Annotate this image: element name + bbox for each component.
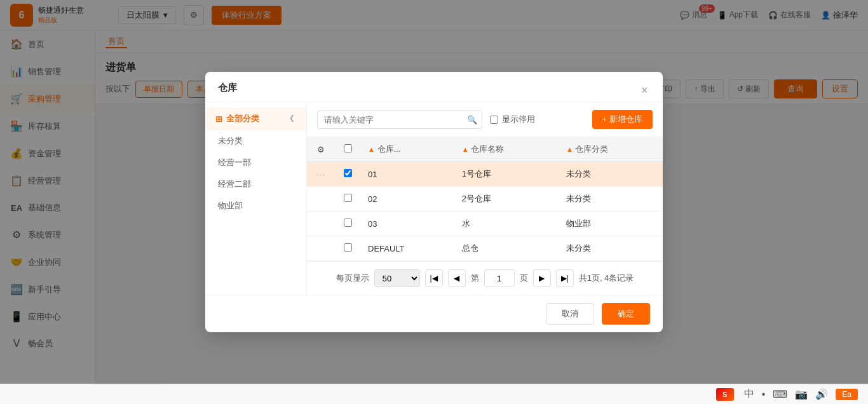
row-category: 未分类: [559, 187, 663, 212]
col-header-setting[interactable]: ⚙: [307, 137, 335, 162]
show-disabled-toggle[interactable]: 显示停用: [490, 114, 535, 125]
row-category: 物业部: [559, 212, 663, 236]
row-dots: [307, 236, 335, 261]
next-page-btn[interactable]: ▶: [533, 269, 551, 287]
show-disabled-checkbox[interactable]: [490, 116, 498, 124]
row-name: 水: [454, 212, 559, 236]
table-row[interactable]: 02 2号仓库 未分类: [307, 187, 663, 212]
prev-page-btn[interactable]: ◀: [448, 269, 466, 287]
first-page-btn[interactable]: |◀: [425, 269, 443, 287]
col-header-code: ▲ 仓库...: [360, 137, 454, 162]
row-checkbox-cell[interactable]: [335, 212, 360, 236]
warehouse-table-wrap: ⚙ ▲ 仓库... ▲ 仓库名称: [307, 137, 663, 261]
keyboard-icon[interactable]: ⌨: [773, 388, 787, 400]
sort-icon-cat: ▲: [566, 145, 573, 153]
row-code: DEFAULT: [360, 236, 454, 261]
grid-icon: ⊞: [215, 114, 222, 124]
all-category-btn[interactable]: ⊞ 全部分类 《: [205, 107, 306, 130]
row-checkbox[interactable]: [344, 194, 352, 202]
dot-icon[interactable]: •: [762, 389, 766, 400]
modal-header: 仓库 ×: [205, 72, 663, 102]
window-controls: ×: [641, 84, 650, 93]
sort-icon-name: ▲: [462, 145, 469, 153]
select-all-checkbox[interactable]: [344, 144, 352, 152]
col-header-check[interactable]: [335, 137, 360, 162]
col-header-category: ▲ 仓库分类: [559, 137, 663, 162]
row-checkbox[interactable]: [344, 169, 352, 177]
volume-icon[interactable]: 🔊: [815, 388, 828, 400]
row-code: 03: [360, 212, 454, 236]
sort-icon: ▲: [368, 145, 375, 153]
modal-title: 仓库: [218, 82, 237, 94]
modal-body: ⊞ 全部分类 《 未分类 经营一部 经营二部 物业部 🔍: [205, 102, 663, 295]
warehouse-table: ⚙ ▲ 仓库... ▲ 仓库名称: [307, 137, 663, 261]
col-header-name: ▲ 仓库名称: [454, 137, 559, 162]
row-category: 未分类: [559, 162, 663, 187]
row-name: 总仓: [454, 236, 559, 261]
row-dots: [307, 187, 335, 212]
ea-button[interactable]: Ea: [836, 389, 858, 400]
row-checkbox-cell[interactable]: [335, 162, 360, 187]
taskbar: S 中 • ⌨ 📷 🔊 Ea: [0, 384, 868, 404]
row-category: 未分类: [559, 236, 663, 261]
modal-footer: 取消 确定: [205, 295, 663, 332]
category-item-property[interactable]: 物业部: [205, 195, 306, 217]
zh-icon[interactable]: 中: [744, 387, 754, 401]
per-page-select[interactable]: 50 100: [374, 269, 420, 287]
pagination: 每页显示 50 100 |◀ ◀ 第 页 ▶ ▶| 共1页, 4条记录: [307, 261, 663, 295]
category-item-dept1[interactable]: 经营一部: [205, 152, 306, 173]
row-checkbox[interactable]: [344, 243, 352, 252]
confirm-btn[interactable]: 确定: [602, 303, 650, 325]
row-name: 2号仓库: [454, 187, 559, 212]
search-bar: 🔍 显示停用 + 新增仓库: [307, 102, 663, 137]
row-dots: ···: [307, 162, 335, 187]
warehouse-modal: 仓库 × ⊞ 全部分类 《 未分类 经营一部 经营二部 物业部: [205, 72, 663, 332]
row-dots: [307, 212, 335, 236]
cancel-btn[interactable]: 取消: [546, 303, 594, 325]
last-page-btn[interactable]: ▶|: [556, 269, 574, 287]
row-code: 02: [360, 187, 454, 212]
row-code: 01: [360, 162, 454, 187]
category-item-dept2[interactable]: 经营二部: [205, 173, 306, 195]
modal-overlay: 仓库 × ⊞ 全部分类 《 未分类 经营一部 经营二部 物业部: [0, 0, 868, 404]
category-item-unclassified[interactable]: 未分类: [205, 130, 306, 152]
table-header-row: ⚙ ▲ 仓库... ▲ 仓库名称: [307, 137, 663, 162]
table-body: ··· 01 1号仓库 未分类 02 2号仓库 未分类 03 水 物业部: [307, 162, 663, 261]
search-input-wrap: 🔍: [317, 111, 482, 129]
page-input[interactable]: [484, 269, 515, 287]
row-checkbox-cell[interactable]: [335, 236, 360, 261]
table-row[interactable]: ··· 01 1号仓库 未分类: [307, 162, 663, 187]
search-icon[interactable]: 🔍: [467, 115, 477, 125]
right-panel: 🔍 显示停用 + 新增仓库 ⚙: [307, 102, 663, 295]
close-icon[interactable]: ×: [641, 84, 650, 93]
left-panel: ⊞ 全部分类 《 未分类 经营一部 经营二部 物业部: [205, 102, 307, 295]
search-input[interactable]: [317, 111, 482, 129]
row-checkbox-cell[interactable]: [335, 187, 360, 212]
row-checkbox[interactable]: [344, 219, 352, 227]
table-row[interactable]: DEFAULT 总仓 未分类: [307, 236, 663, 261]
new-warehouse-btn[interactable]: + 新增仓库: [592, 110, 653, 129]
collapse-icon[interactable]: 《: [283, 112, 296, 125]
camera-icon[interactable]: 📷: [795, 388, 808, 400]
table-row[interactable]: 03 水 物业部: [307, 212, 663, 236]
s-logo: S: [716, 388, 734, 401]
row-name: 1号仓库: [454, 162, 559, 187]
